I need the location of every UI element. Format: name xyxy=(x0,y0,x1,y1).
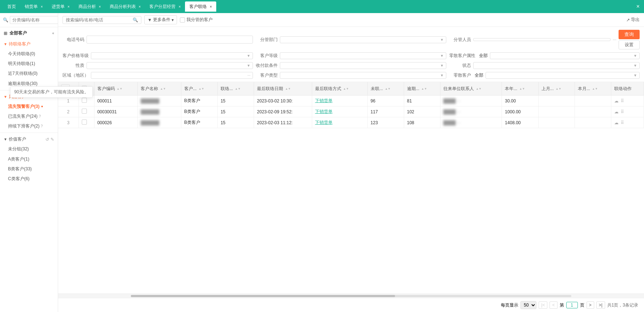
action-more-icon-2[interactable]: ⠿ xyxy=(621,120,624,125)
sidebar-group-pending[interactable]: ▼ 待联络客户 xyxy=(0,39,58,49)
sort-icon-last-month[interactable]: ▲▼ xyxy=(556,87,562,90)
tab-product-analysis[interactable]: 商品分析 × xyxy=(74,1,105,12)
close-tab-sales[interactable]: × xyxy=(41,5,43,9)
last-page-btn[interactable]: >| xyxy=(596,301,605,309)
close-tab-customer-contact[interactable]: × xyxy=(210,5,212,9)
refresh-icon[interactable]: ↺ xyxy=(45,137,49,142)
prev-page-btn[interactable]: < xyxy=(550,301,557,309)
sort-icon-name[interactable]: ▲▼ xyxy=(160,87,166,90)
filter-row-payment: 收付款条件 ▼ xyxy=(256,62,446,69)
filter-row-region: 区域（地区） ··· xyxy=(63,72,253,79)
sort-icon-last-date[interactable]: ▲▼ xyxy=(285,87,291,90)
export-button[interactable]: ↗ 导出 xyxy=(626,17,640,23)
action-more-icon-0[interactable]: ⠿ xyxy=(621,98,624,104)
sidebar-collapse-btn[interactable]: « xyxy=(52,31,54,35)
page-size-select[interactable]: 50 xyxy=(520,301,536,309)
contact-type-link-0[interactable]: 下销货单 xyxy=(315,98,333,103)
sidebar-item-tomorrow[interactable]: 明天待联络(1) xyxy=(0,59,58,69)
tab-sales[interactable]: 销货单 × xyxy=(20,1,47,12)
tab-home[interactable]: 首页 xyxy=(3,1,20,12)
advanced-filter: 电话号码 分管部门 ▼ 分管人员 ··· 查询 设置 xyxy=(58,27,644,82)
sidebar-group-value[interactable]: ▼ 价值客户 ↺ ✎ xyxy=(0,134,58,144)
row-select-0[interactable] xyxy=(82,98,87,103)
page-label: 第 xyxy=(560,302,564,308)
search-execute-icon[interactable]: 🔍 xyxy=(133,17,138,23)
next-page-btn[interactable]: > xyxy=(587,301,594,309)
more-conditions-btn[interactable]: ▼ 更多条件 ▾ xyxy=(144,15,177,24)
page-number-input[interactable] xyxy=(566,302,578,308)
scroll-thumb[interactable] xyxy=(131,295,395,297)
tab-customer-contact[interactable]: 客户联络 × xyxy=(185,1,216,12)
horizontal-scrollbar[interactable] xyxy=(58,293,644,298)
sidebar-all-customers[interactable]: ⊞ 全部客户 « xyxy=(0,27,58,39)
tab-product-list[interactable]: 商品分析列表 × xyxy=(105,1,145,12)
close-tab-purchase[interactable]: × xyxy=(68,5,70,9)
total-info: 共1页，3条记录 xyxy=(607,302,638,308)
contact-type-link-1[interactable]: 下销货单 xyxy=(315,109,333,114)
close-tab-customer-tier[interactable]: × xyxy=(178,5,181,9)
row-overdue-1: 102 xyxy=(404,106,440,117)
sort-icon-contact-person[interactable]: ▲▼ xyxy=(476,87,482,90)
retail-customer-select[interactable]: ▼ xyxy=(486,72,640,79)
sidebar-item-today[interactable]: 今天待联络(0) xyxy=(0,49,58,59)
status-select[interactable]: ▼ xyxy=(473,62,640,69)
sort-icon-contacts[interactable]: ▲▼ xyxy=(235,87,241,90)
sidebar-item-b-class[interactable]: B类客户(33) xyxy=(0,164,58,174)
sort-icon-overdue[interactable]: ▲▼ xyxy=(421,87,427,90)
sidebar-search-input[interactable] xyxy=(10,16,58,24)
sort-icon-code[interactable]: ▲▼ xyxy=(117,87,122,90)
settings-button[interactable]: 设置 xyxy=(619,40,640,49)
retail-attr-select[interactable]: ▼ xyxy=(490,52,640,59)
query-button[interactable]: 查询 xyxy=(619,30,640,39)
close-window-button[interactable]: × xyxy=(635,2,641,11)
row-select-2[interactable] xyxy=(82,119,87,125)
search-input[interactable] xyxy=(66,17,131,23)
contact-type-link-2[interactable]: 下销货单 xyxy=(315,120,333,125)
dept-select[interactable]: ▼ xyxy=(280,36,446,43)
action-chat-icon-2[interactable]: ☁ xyxy=(614,120,619,125)
first-page-btn[interactable]: |< xyxy=(539,301,547,309)
sidebar-item-churned[interactable]: 已流失客户(24) ? xyxy=(0,112,58,121)
customer-grade-select[interactable]: ▼ xyxy=(280,52,446,59)
manager-more-dots[interactable]: ··· xyxy=(613,37,616,42)
sort-icon-last-type[interactable]: ▲▼ xyxy=(343,87,349,90)
row-select-1[interactable] xyxy=(82,109,87,114)
sidebar-item-a-class[interactable]: A类客户(1) xyxy=(0,154,58,164)
sidebar-item-declining[interactable]: 持续下滑客户(2) ? xyxy=(0,121,58,131)
tab-purchase[interactable]: 进货单 × xyxy=(47,1,74,12)
col-type: 客户... ▲▼ xyxy=(181,82,217,96)
manager-select[interactable] xyxy=(473,38,611,41)
sidebar-item-ungrouped[interactable]: 未分组(32) xyxy=(0,144,58,154)
col-this-month: 本月... ▲▼ xyxy=(575,82,611,96)
region-select[interactable]: ··· xyxy=(91,72,253,79)
sidebar-item-c-class[interactable]: C类客户(6) xyxy=(0,174,58,184)
action-more-icon-1[interactable]: ⠿ xyxy=(621,109,624,114)
sidebar-item-7days[interactable]: 近7天待联络(0) xyxy=(0,69,58,78)
sort-icon-this-month[interactable]: ▲▼ xyxy=(592,87,598,90)
phone-input[interactable] xyxy=(86,36,253,44)
col-uncontacted: 未联... ▲▼ xyxy=(367,82,404,96)
page-unit: 页 xyxy=(580,302,584,308)
my-customers-check[interactable] xyxy=(180,17,185,23)
sidebar-item-churn-warning[interactable]: 流失预警客户(3) ● xyxy=(0,102,58,112)
top-tab-bar: 首页 销货单 × 进货单 × 商品分析 × 商品分析列表 × 客户分层经营 × … xyxy=(0,0,644,13)
my-customers-checkbox[interactable]: 我分管的客户 xyxy=(180,17,213,23)
action-chat-icon-1[interactable]: ☁ xyxy=(614,109,619,114)
close-tab-product-analysis[interactable]: × xyxy=(99,5,101,9)
table-row: 1 000011 ██████ B类客户 15 2023-03-02 10:30… xyxy=(58,96,644,106)
pagination-bar: 每页显示 50 |< < 第 页 > >| 共1页，3条记录 xyxy=(58,298,644,312)
tab-customer-tier[interactable]: 客户分层经营 × xyxy=(145,1,185,12)
edit-icon[interactable]: ✎ xyxy=(51,137,54,142)
payment-select[interactable]: ▼ xyxy=(280,62,446,69)
action-chat-icon-0[interactable]: ☁ xyxy=(614,98,619,104)
row-last-date-0: 2023-03-02 10:30: xyxy=(254,96,312,106)
sort-icon-this-year[interactable]: ▲▼ xyxy=(519,87,525,90)
col-action: 联络动作 xyxy=(611,82,644,96)
gender-select[interactable]: ▼ xyxy=(86,62,253,69)
close-tab-product-list[interactable]: × xyxy=(139,5,141,9)
row-last-type-1: 下销货单 xyxy=(312,106,367,117)
customer-type-select[interactable]: ▼ xyxy=(280,72,446,79)
sort-icon-type[interactable]: ▲▼ xyxy=(198,87,204,90)
sort-icon-uncontacted[interactable]: ▲▼ xyxy=(385,87,391,90)
price-grade-select[interactable]: ▼ xyxy=(91,52,253,59)
